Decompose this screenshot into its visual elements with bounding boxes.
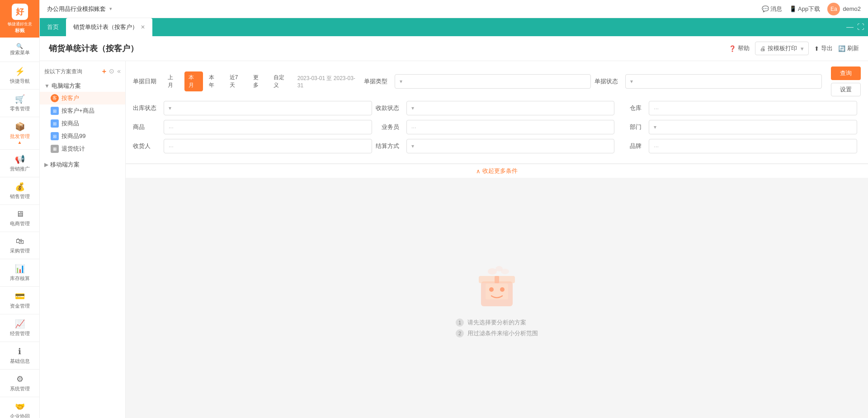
brand-input[interactable]: ··· xyxy=(649,139,857,153)
date-btn-more[interactable]: 更多 xyxy=(249,71,268,91)
sidebar-item-enterprise[interactable]: 🤝 企业协同 xyxy=(0,397,40,418)
collapse-more-btn[interactable]: ∧ 收起更多条件 xyxy=(126,164,868,178)
date-range-display: 2023-03-01 至 2023-03-31 xyxy=(297,75,360,89)
tab-controls: — ⛶ xyxy=(846,23,868,31)
svg-point-6 xyxy=(488,268,497,275)
warehouse-input[interactable]: ··· xyxy=(649,101,857,115)
order-status-select[interactable] xyxy=(625,74,822,89)
collection-status-select[interactable] xyxy=(406,101,615,115)
sidebar-item-search-menu[interactable]: 🔍 搜索菜单 xyxy=(0,38,40,62)
settlement-select[interactable] xyxy=(406,139,615,153)
schemes-title: 按以下方案查询 xyxy=(44,68,82,76)
group-label: 移动端方案 xyxy=(50,161,80,169)
sidebar-item-finance[interactable]: 💳 资金管理 xyxy=(0,287,40,314)
help-btn[interactable]: ❓ 帮助 xyxy=(729,44,750,52)
logo-icon: 好 xyxy=(12,4,28,20)
goods-input[interactable]: ··· xyxy=(164,120,372,134)
refresh-btn[interactable]: 🔄 刷新 xyxy=(838,44,859,52)
brand-label: 品牌 xyxy=(618,142,645,150)
tab-minimize-icon[interactable]: — xyxy=(846,23,854,31)
top-header-left: 办公用品行业模拟账套 ▾ xyxy=(47,5,112,13)
receiver-input[interactable]: ··· xyxy=(164,139,372,153)
scheme-group-desktop-header[interactable]: ▼ 电脑端方案 xyxy=(40,80,125,92)
scheme-item-by-goods99[interactable]: ⊞ 按商品99 xyxy=(40,130,125,142)
schemes-actions: + ⊙ « xyxy=(102,67,121,76)
tab-maximize-icon[interactable]: ⛶ xyxy=(857,23,864,31)
scheme-add-btn[interactable]: + xyxy=(102,67,106,76)
tab-close-icon[interactable]: ✕ xyxy=(141,24,145,30)
sidebar-item-purchase[interactable]: 🛍 采购管理 xyxy=(0,232,40,259)
sidebar-label: 搜索菜单 xyxy=(10,49,30,56)
scheme-item-by-customer-goods[interactable]: ⊞ 按客户+商品 xyxy=(40,104,125,117)
collapse-icon: ∧ xyxy=(476,168,481,175)
scheme-item-label: 按客户 xyxy=(61,94,79,102)
marketing-icon: 📢 xyxy=(15,154,25,164)
settings-button[interactable]: 设置 xyxy=(831,83,861,96)
hint1-text: 请先选择要分析的方案 xyxy=(467,318,526,327)
salesperson-input[interactable]: ··· xyxy=(406,120,615,134)
app-download-label: App下载 xyxy=(798,5,820,12)
export-btn[interactable]: ⬆ 导出 xyxy=(814,44,833,52)
sidebar-item-quick-nav[interactable]: ⚡ 快捷导航 xyxy=(0,62,40,90)
tab-home[interactable]: 首页 xyxy=(40,18,66,36)
sidebar-item-retail[interactable]: 🛒 零售管理 xyxy=(0,90,40,117)
messages-label: 消息 xyxy=(770,5,782,12)
sidebar-item-ecommerce[interactable]: 🖥 电商管理 xyxy=(0,205,40,232)
scheme-group-mobile: ▶ 移动端方案 xyxy=(40,157,125,172)
date-btn-this-year[interactable]: 本年 xyxy=(205,71,224,91)
date-filter-group: 上月 本月 本年 近7天 更多 自定义 2023-03-01 至 2023-03… xyxy=(164,71,360,91)
sidebar-item-operations[interactable]: 📈 经营管理 xyxy=(0,314,40,342)
expand-arrow: ▲ xyxy=(18,140,22,145)
sidebar-item-system[interactable]: ⚙ 系统管理 xyxy=(0,370,40,397)
logo-text: 标账 xyxy=(15,27,25,34)
suite-dropdown-arrow[interactable]: ▾ xyxy=(109,6,112,12)
help-label: 帮助 xyxy=(738,44,750,52)
sidebar-item-basic-info[interactable]: ℹ 基础信息 xyxy=(0,342,40,370)
download-icon: 📱 xyxy=(789,5,797,12)
scheme-collapse-btn[interactable]: « xyxy=(117,67,121,76)
collection-status-label: 收款状态 xyxy=(376,104,403,112)
tab-bar: 首页 销货单统计表（按客户） ✕ — ⛶ xyxy=(40,18,868,36)
sidebar-item-marketing[interactable]: 📢 营销推广 xyxy=(0,150,40,177)
sidebar-item-wholesale[interactable]: 📦 批发管理 ▲ xyxy=(0,117,40,150)
hint2-text: 用过滤条件来缩小分析范围 xyxy=(467,329,538,337)
page-header: 销货单统计表（按客户） ❓ 帮助 🖨 按模板打印 ▾ ⬆ 导出 🔄 刷新 xyxy=(40,36,868,61)
app-logo: 好 畅捷通好生意 标账 xyxy=(0,0,40,38)
scheme-item-by-goods[interactable]: ⊞ 按商品 xyxy=(40,117,125,130)
app-download-btn[interactable]: 📱 App下载 xyxy=(789,5,820,13)
date-btn-custom[interactable]: 自定义 xyxy=(269,71,293,91)
tab-home-label: 首页 xyxy=(47,23,59,31)
order-type-select[interactable] xyxy=(395,74,591,89)
date-btn-this-month[interactable]: 本月 xyxy=(184,71,203,91)
purchase-icon: 🛍 xyxy=(16,237,24,246)
sidebar-label: 经营管理 xyxy=(10,330,30,337)
out-status-select[interactable] xyxy=(164,101,372,115)
user-profile[interactable]: Ea demo2 xyxy=(827,3,861,15)
export-icon: ⬆ xyxy=(814,45,819,52)
scheme-edit-btn[interactable]: ⊙ xyxy=(109,67,114,76)
sidebar-label: 企业协同 xyxy=(10,413,30,418)
dept-select[interactable] xyxy=(649,120,857,134)
sidebar-item-sales[interactable]: 💰 销售管理 xyxy=(0,177,40,205)
retail-icon: 🛒 xyxy=(15,94,25,104)
date-btn-last-month[interactable]: 上月 xyxy=(164,71,183,91)
group-expand-arrow: ▶ xyxy=(44,162,48,168)
date-btn-last7days[interactable]: 近7天 xyxy=(226,71,247,91)
query-button[interactable]: 查询 xyxy=(831,66,861,80)
receiver-label: 收货人 xyxy=(133,142,160,150)
settlement-label: 结算方式 xyxy=(376,142,403,150)
page-title: 销货单统计表（按客户） xyxy=(49,43,138,54)
sidebar-item-inventory[interactable]: 📊 库存核算 xyxy=(0,259,40,287)
top-header-right: 💬 消息 📱 App下载 Ea demo2 xyxy=(762,3,861,15)
template-print-btn[interactable]: 🖨 按模板打印 ▾ xyxy=(755,42,809,55)
scheme-group-mobile-header[interactable]: ▶ 移动端方案 xyxy=(40,159,125,171)
salesperson-label: 业务员 xyxy=(376,123,403,131)
action-buttons: 查询 设置 xyxy=(826,66,861,96)
messages-btn[interactable]: 💬 消息 xyxy=(762,5,783,13)
avatar: Ea xyxy=(827,3,840,15)
hint-item-1: 1 请先选择要分析的方案 xyxy=(456,318,538,327)
svg-point-5 xyxy=(500,287,505,292)
tab-sales-report[interactable]: 销货单统计表（按客户） ✕ xyxy=(66,18,152,36)
scheme-item-by-customer[interactable]: 客 按客户 xyxy=(40,92,125,104)
scheme-item-return-stats[interactable]: ▦ 退货统计 xyxy=(40,142,125,155)
